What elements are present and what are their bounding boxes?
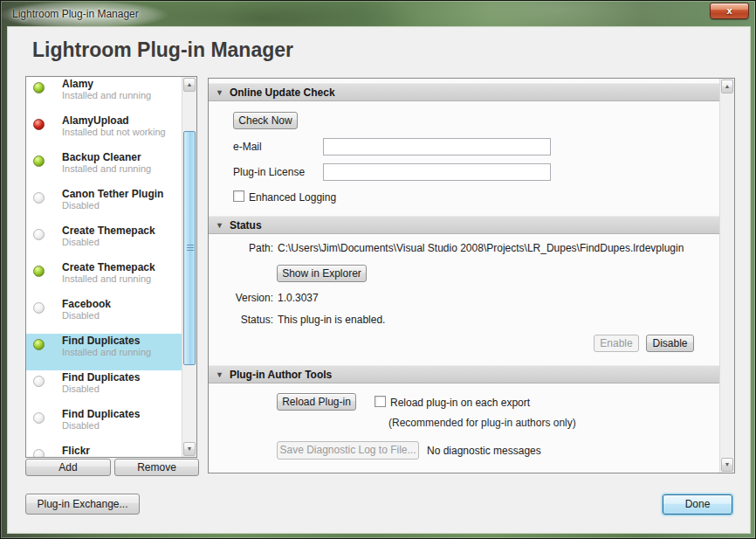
show-in-explorer-button[interactable]: Show in Explorer: [277, 265, 367, 282]
plugin-status: Disabled: [62, 420, 140, 432]
scrollbar-grip-icon: [187, 245, 194, 251]
scrollbar-thumb[interactable]: [183, 131, 196, 365]
section-header-plugin-author-tools[interactable]: ▼Plug-in Author Tools: [209, 365, 719, 384]
plugin-status-dot-icon: [33, 192, 45, 204]
plugin-status: Installed and running: [62, 90, 151, 101]
section-title: Plug-in Author Tools: [230, 369, 332, 381]
plugin-name: Facebook: [62, 298, 111, 310]
save-diagnostic-log-button[interactable]: Save Diagnostic Log to File...: [277, 441, 419, 460]
plugin-text: AlamyUploadInstalled but not working: [62, 114, 166, 138]
plugin-list-item[interactable]: Find DuplicatesDisabled: [26, 407, 182, 444]
plugin-list-item[interactable]: Find DuplicatesInstalled and running: [26, 334, 182, 370]
plugin-status: Disabled: [62, 237, 155, 248]
email-field[interactable]: [323, 138, 551, 155]
plugin-exchange-button[interactable]: Plug-in Exchange...: [25, 494, 140, 515]
check-now-button[interactable]: Check Now: [233, 112, 298, 129]
done-button[interactable]: Done: [663, 494, 732, 515]
plugin-status-dot-icon: [33, 155, 45, 167]
plugin-status: Installed and running: [62, 273, 155, 285]
plugin-status: Disabled: [62, 310, 111, 321]
plugin-status: Installed but not working: [62, 127, 166, 138]
plugin-text: Canon Tether PluginDisabled: [62, 188, 163, 211]
enhanced-logging-checkbox[interactable]: [233, 190, 244, 202]
no-diagnostic-messages-label: No diagnostic messages: [427, 445, 541, 457]
scroll-up-button[interactable]: ▲: [721, 79, 733, 93]
plugin-text: Create ThemepackInstalled and running: [62, 261, 155, 285]
plugin-status-dot-icon: [33, 119, 45, 130]
panel-scrollbar[interactable]: ▲ ▼: [719, 79, 734, 473]
section-title: Status: [230, 219, 262, 231]
recommendation-note: (Recommended for plug-in authors only): [388, 417, 576, 429]
plugin-text: Find DuplicatesInstalled and running: [62, 335, 151, 358]
plugin-text: Backup CleanerInstalled and running: [62, 151, 151, 175]
plugin-list: AlamyInstalled and runningAlamyUploadIns…: [25, 76, 197, 458]
scroll-up-icon: ▲: [725, 83, 731, 89]
plugin-list-item[interactable]: AlamyInstalled and running: [26, 77, 182, 114]
version-label: Version:: [216, 292, 273, 304]
plugin-name: AlamyUpload: [62, 114, 166, 127]
plugin-list-item[interactable]: AlamyUploadInstalled but not working: [26, 114, 182, 150]
section-header-status[interactable]: ▼Status: [209, 216, 719, 234]
plugin-name: Backup Cleaner: [62, 151, 151, 163]
plugin-name: Find Duplicates: [62, 371, 140, 384]
section-header-online-update-check[interactable]: ▼Online Update Check: [209, 83, 719, 101]
plugin-list-item[interactable]: Create ThemepackInstalled and running: [26, 260, 182, 297]
plugin-name: Alamy: [62, 78, 151, 90]
email-label: e-Mail: [233, 141, 262, 153]
plugin-list-item[interactable]: Canon Tether PluginDisabled: [26, 187, 182, 224]
close-button[interactable]: x: [710, 3, 749, 19]
scroll-up-button[interactable]: ▲: [183, 78, 196, 92]
titlebar[interactable]: Lightroom Plug-in Manager x: [1, 1, 755, 27]
section-title: Online Update Check: [230, 86, 335, 99]
plugin-rows: AlamyInstalled and runningAlamyUploadIns…: [26, 77, 182, 457]
status-value: This plug-in is enabled.: [278, 314, 385, 326]
status-label: Status:: [216, 314, 273, 326]
plugin-status: Installed and running: [62, 163, 151, 175]
lightroom-plugin-manager-window: Lightroom Plug-in Manager x Lightroom Pl…: [0, 0, 756, 539]
scroll-up-icon: ▲: [187, 81, 193, 87]
plugin-list-item[interactable]: Flickr: [26, 444, 182, 457]
plugin-list-item[interactable]: Create ThemepackDisabled: [26, 224, 182, 260]
plugin-status-dot-icon: [33, 302, 45, 314]
plugin-license-label: Plug-in License: [233, 166, 305, 178]
plugin-status-dot-icon: [33, 229, 45, 240]
plugin-status: Disabled: [62, 384, 140, 395]
remove-button[interactable]: Remove: [114, 459, 199, 476]
plugin-status-dot-icon: [33, 82, 45, 93]
path-label: Path:: [216, 242, 273, 254]
plugin-text: FacebookDisabled: [62, 298, 111, 321]
plugin-name: Create Themepack: [62, 225, 155, 237]
plugin-status-dot-icon: [33, 339, 45, 350]
plugin-name: Flickr: [62, 445, 90, 457]
path-value: C:\Users\Jim\Documents\Visual Studio 200…: [278, 242, 684, 254]
dialog-client-area: Lightroom Plug-in Manager AlamyInstalled…: [8, 27, 750, 533]
reload-on-export-checkbox[interactable]: [375, 396, 386, 407]
plugin-status-dot-icon: [33, 266, 45, 277]
disable-button[interactable]: Disable: [646, 335, 694, 352]
collapse-triangle-icon[interactable]: ▼: [216, 84, 223, 101]
plugin-name: Canon Tether Plugin: [62, 188, 163, 200]
plugin-list-item[interactable]: Backup CleanerInstalled and running: [26, 150, 182, 187]
plugin-list-item[interactable]: FacebookDisabled: [26, 297, 182, 334]
collapse-triangle-icon[interactable]: ▼: [216, 366, 223, 384]
plugin-status: Disabled: [62, 200, 163, 211]
plugin-list-item[interactable]: Find DuplicatesDisabled: [26, 370, 182, 407]
plugin-text: Create ThemepackDisabled: [62, 225, 155, 248]
reload-plugin-button[interactable]: Reload Plug-in: [277, 393, 356, 411]
plugin-list-scrollbar[interactable]: ▲ ▼: [182, 77, 196, 457]
plugin-text: Flickr: [62, 445, 90, 457]
plugin-license-field[interactable]: [323, 163, 551, 181]
scroll-down-button[interactable]: ▼: [721, 458, 733, 472]
reload-on-export-label: Reload plug-in on each export: [390, 397, 530, 409]
plugin-name: Find Duplicates: [62, 335, 151, 347]
add-button[interactable]: Add: [25, 459, 111, 476]
enable-button[interactable]: Enable: [594, 335, 639, 352]
collapse-triangle-icon[interactable]: ▼: [216, 217, 223, 234]
plugin-text: Find DuplicatesDisabled: [62, 371, 140, 395]
plugin-status-dot-icon: [33, 449, 45, 457]
window-title: Lightroom Plug-in Manager: [12, 8, 139, 20]
plugin-name: Create Themepack: [62, 261, 155, 273]
scroll-down-button[interactable]: ▼: [183, 442, 196, 456]
plugin-status-dot-icon: [33, 412, 45, 424]
plugin-name: Find Duplicates: [62, 408, 140, 420]
